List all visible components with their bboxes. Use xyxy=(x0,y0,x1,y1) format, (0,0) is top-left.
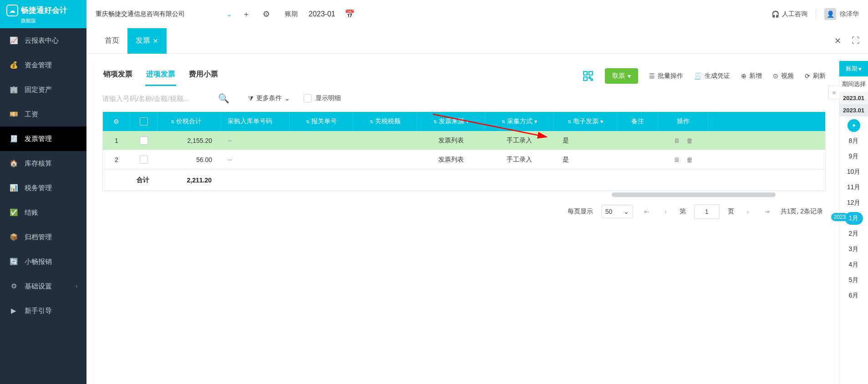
sidebar-item-stock[interactable]: 🏠库存核算 xyxy=(0,151,86,176)
per-page-select[interactable]: 50⌄ xyxy=(601,205,633,218)
archive-icon: 📦 xyxy=(9,232,18,242)
period-year-option[interactable]: 2023.01 xyxy=(839,104,868,116)
search-icon[interactable]: 🔍 xyxy=(218,93,229,104)
sidebar-item-label: 发票管理 xyxy=(25,135,52,143)
sidebar-item-chart[interactable]: 📈云报表中心 xyxy=(0,28,86,53)
settings-icon: ⚙ xyxy=(9,282,18,291)
add-icon[interactable]: ＋ xyxy=(240,8,252,20)
fullscreen-icon[interactable]: ⛶ xyxy=(850,35,862,47)
pagination: 每页显示 50⌄ ⇤ ‹ 第 1 页 › ⇥ 共1页, 2条记录 xyxy=(94,198,834,219)
period-month[interactable]: 6月 xyxy=(839,289,868,302)
close-all-icon[interactable]: ✕ xyxy=(832,35,843,47)
search-input-wrap: 🔍 xyxy=(102,93,234,104)
scroll-top-icon[interactable]: ✦ xyxy=(848,119,860,132)
page-first-button[interactable]: ⇤ xyxy=(641,206,652,217)
col-einvoice[interactable]: ⇅电子发票▾ xyxy=(553,112,617,131)
user-name: 徐泽华 xyxy=(840,10,859,18)
calendar-icon[interactable]: 📅 xyxy=(344,8,355,20)
col-ops: 操作 xyxy=(658,112,708,131)
page-last-button[interactable]: ⇥ xyxy=(761,206,772,217)
invoice-table: ⚙ ⇅价税合计 采购入库单号码 ⇅报关单号 ⇅关税税额 ⇅发票来源▾ ⇅采集方式… xyxy=(102,112,826,191)
gen-voucher-button[interactable]: 🧾生成凭证 xyxy=(694,72,730,80)
document-icon: 🧾 xyxy=(694,72,702,80)
col-inbound[interactable]: 采购入库单号码 xyxy=(221,112,289,131)
checkbox-icon xyxy=(304,94,312,102)
add-button[interactable]: ⊕新增 xyxy=(741,72,762,80)
footer-label: 合计 xyxy=(130,176,157,184)
select-all[interactable] xyxy=(130,112,157,131)
sidebar-item-tax[interactable]: 📊税务管理 xyxy=(0,176,86,200)
delete-icon[interactable]: 🗑 xyxy=(686,156,693,163)
col-amount[interactable]: ⇅价税合计 xyxy=(157,112,221,131)
page-prev-button[interactable]: ‹ xyxy=(660,206,671,217)
period-month[interactable]: 2月 xyxy=(839,227,868,240)
period-month[interactable]: 4月 xyxy=(839,258,868,271)
sidebar-item-asset[interactable]: 🏢固定资产 xyxy=(0,77,86,102)
page-tab[interactable]: 首页 xyxy=(96,28,127,54)
sidebar-item-label: 固定资产 xyxy=(25,86,52,94)
sidebar-item-guide[interactable]: ▶新手引导 xyxy=(0,298,86,323)
period-month[interactable]: 12月 xyxy=(839,197,868,209)
refresh-button[interactable]: ⟳刷新 xyxy=(805,72,826,80)
support-button[interactable]: 🎧 人工咨询 xyxy=(772,10,807,18)
column-settings[interactable]: ⚙ xyxy=(103,112,130,131)
sidebar-item-invoice[interactable]: 🧾发票管理 xyxy=(0,126,86,151)
period-month[interactable]: 5月 xyxy=(839,274,868,287)
search-input[interactable] xyxy=(102,95,212,102)
period-value[interactable]: 2023-01 xyxy=(309,10,335,18)
collapse-panel-icon[interactable]: » xyxy=(828,86,839,99)
subtab[interactable]: 费用小票 xyxy=(188,66,219,86)
page-next-button[interactable]: › xyxy=(742,206,753,217)
gear-icon[interactable]: ⚙ xyxy=(260,8,272,20)
salary-icon: 💴 xyxy=(9,110,18,119)
period-month[interactable]: 11月 xyxy=(839,181,868,194)
sidebar-item-close[interactable]: ✅结账 xyxy=(0,200,86,225)
topbar: 重庆畅捷交通信息咨询有限公司 ⌄ ＋ ⚙ 账期 2023-01 📅 🎧 人工咨询… xyxy=(86,0,868,28)
money-icon: 💰 xyxy=(9,61,18,70)
chevron-down-icon: ▾ xyxy=(858,66,862,72)
view-icon[interactable]: 🗎 xyxy=(674,156,680,163)
company-select[interactable]: 重庆畅捷交通信息咨询有限公司 ⌄ xyxy=(96,10,232,18)
period-month[interactable]: 9月 xyxy=(839,150,868,163)
period-month[interactable]: 10月 xyxy=(839,166,868,178)
page-number-input[interactable]: 1 xyxy=(694,204,720,219)
more-conditions-button[interactable]: ⧩ 更多条件 ⌄ xyxy=(248,94,290,102)
sidebar-item-reimburse[interactable]: 🔄小畅报销 xyxy=(0,249,86,274)
asset-icon: 🏢 xyxy=(9,85,18,94)
brand-logo: ☁ 畅捷通好会计 旗舰版 xyxy=(0,0,86,28)
show-detail-toggle[interactable]: 显示明细 xyxy=(304,94,341,102)
sidebar-item-money[interactable]: 💰资金管理 xyxy=(0,53,86,77)
batch-button[interactable]: ☰批量操作 xyxy=(649,72,683,80)
qr-icon[interactable] xyxy=(582,70,594,82)
col-method[interactable]: ⇅采集方式▾ xyxy=(485,112,553,131)
period-select-label: 期间选择 xyxy=(839,76,868,92)
subtab[interactable]: 销项发票 xyxy=(102,66,133,86)
period-label: 账期 xyxy=(285,10,298,18)
svg-rect-0 xyxy=(584,71,587,75)
page-tab[interactable]: 发票✕ xyxy=(127,28,167,54)
filter-icon: ▾ xyxy=(600,118,603,125)
col-customs[interactable]: ⇅报关单号 xyxy=(289,112,353,131)
filter-icon: ▾ xyxy=(534,118,537,125)
view-icon[interactable]: 🗎 xyxy=(674,137,680,144)
period-tab-button[interactable]: 账期▾ xyxy=(839,61,868,76)
period-month[interactable]: 3月 xyxy=(839,243,868,256)
table-row[interactable]: 1 2,155.20 -- 发票列表 手工录入 是 🗎 🗑 xyxy=(103,131,825,150)
table-row[interactable]: 2 56.00 -- 发票列表 手工录入 是 🗎 🗑 xyxy=(103,150,825,169)
fetch-button[interactable]: 取票 ▾ xyxy=(605,68,638,84)
delete-icon[interactable]: 🗑 xyxy=(686,137,693,144)
subtab[interactable]: 进项发票 xyxy=(145,66,176,86)
close-icon[interactable]: ✕ xyxy=(153,37,158,45)
period-month[interactable]: 8月 xyxy=(839,135,868,147)
user-chip[interactable]: 👤 徐泽华 xyxy=(824,8,859,20)
sidebar-item-settings[interactable]: ⚙基础设置› xyxy=(0,274,86,298)
col-source[interactable]: ⇅发票来源▾ xyxy=(417,112,485,131)
period-year-option[interactable]: 2023.01 xyxy=(839,92,868,104)
sidebar-item-label: 新手引导 xyxy=(25,307,52,315)
sidebar-item-archive[interactable]: 📦归档管理 xyxy=(0,225,86,249)
col-tariff[interactable]: ⇅关税税额 xyxy=(353,112,417,131)
period-month[interactable]: 1月2023 xyxy=(845,212,863,225)
video-button[interactable]: ⊙视频 xyxy=(773,72,794,80)
horizontal-scrollbar[interactable] xyxy=(102,191,826,198)
sidebar-item-salary[interactable]: 💴工资 xyxy=(0,102,86,126)
